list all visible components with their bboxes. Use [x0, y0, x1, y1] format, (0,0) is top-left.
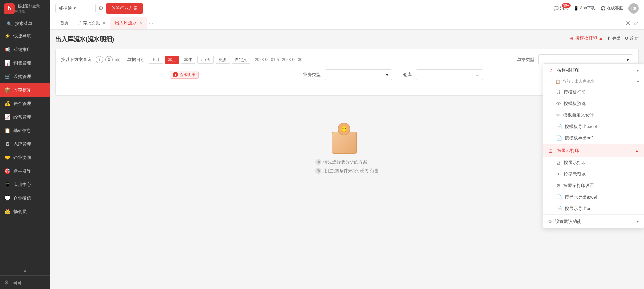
sidebar-item-label: 经营管理	[13, 114, 31, 120]
dp-display-print-item[interactable]: 🖨 按显示打印	[543, 157, 644, 168]
sidebar-footer: ⚙ ◀◀	[0, 275, 50, 289]
app-name: 畅捷通好生意	[18, 4, 40, 9]
template-print-label: 按模板打印	[557, 67, 579, 73]
empty-step-1-text: 请先选择要分析的方案	[323, 159, 367, 165]
sidebar-item-sales[interactable]: 📊 销售管理	[0, 56, 50, 70]
sidebar-item-inventory[interactable]: 📦 库存核算	[0, 83, 50, 97]
logo-icon: b	[4, 3, 15, 14]
date-btn-this-month[interactable]: 本月	[165, 56, 179, 64]
sidebar-item-member[interactable]: 👑 畅会员	[0, 205, 50, 218]
dp-template-pdf-item[interactable]: 📄 按模板导出pdf	[543, 132, 644, 144]
tab-batch-close[interactable]: ✕	[102, 21, 106, 25]
tab-batch[interactable]: 库存批次账 ✕	[74, 17, 110, 29]
sidebar-item-basic[interactable]: 📋 基础信息	[0, 124, 50, 137]
warehouse-select[interactable]: ···	[416, 69, 483, 80]
sidebar-item-quick-nav[interactable]: ⚡ 快捷导航	[0, 29, 50, 43]
doc-type-label: 单据类型	[517, 57, 534, 63]
date-btn-more[interactable]: 更多	[216, 56, 230, 64]
tab-flow-label: 出入库流水	[115, 20, 137, 26]
purchase-icon: 🛒	[4, 73, 11, 80]
dp-display-print-label: 按显示打印	[564, 160, 586, 166]
dp-template-customize-item[interactable]: ✏ 模板自定义设计	[543, 109, 644, 121]
date-btn-last-month[interactable]: 上月	[149, 56, 163, 64]
tab-home[interactable]: 首页	[55, 17, 74, 29]
message-badge: 99+	[562, 3, 571, 8]
tabs-close-all-btn[interactable]: ✕ ⤢	[625, 20, 639, 27]
filter-tag-label: 流水明细	[179, 72, 196, 78]
dp-template-print-item[interactable]: 🖨 按模板打印	[543, 86, 644, 98]
tab-flow[interactable]: 出入库流水 ✕	[110, 17, 147, 29]
sidebar-item-marketing[interactable]: 📢 营销推广	[0, 43, 50, 56]
dp-display-preview-item[interactable]: 👁 按显示预览	[543, 168, 644, 180]
step-1-num: ①	[315, 159, 321, 165]
settings-gear-icon[interactable]: ⚙	[98, 5, 103, 11]
dp-pdf-icon: 📄	[556, 135, 562, 141]
dp-display-excel-icon: 📄	[556, 194, 562, 200]
dp-template-excel-item[interactable]: 📄 按模板导出excel	[543, 121, 644, 132]
sidebar-item-label: 畅会员	[13, 209, 27, 215]
sidebar-item-label: 应用中心	[13, 182, 31, 188]
filter-tag-icon: ●	[173, 72, 178, 77]
online-service-label: 在线客服	[607, 5, 623, 11]
tabs-expand-icon[interactable]: ⋯	[148, 20, 154, 26]
date-btn-recent-7[interactable]: 近7天	[197, 56, 214, 64]
settings-icon[interactable]: ⚙	[4, 279, 9, 286]
app-logo: b 畅捷通好生意 标准版	[0, 0, 50, 18]
topbar-left: 畅捷通 ▾ ⚙ 体验行业方案	[55, 3, 550, 14]
dp-display-print-icon: 🖨	[556, 160, 561, 165]
topbar-dropdown[interactable]: 畅捷通 ▾	[55, 4, 96, 13]
collapse-icon[interactable]: ◀◀	[13, 279, 21, 286]
dp-display-print-settings-label: 按显示打印设置	[563, 183, 594, 189]
app-download-item[interactable]: 📱 App下载	[574, 5, 595, 11]
sidebar-item-operations[interactable]: 📈 经营管理	[0, 110, 50, 124]
filter-collapse-btn[interactable]: ≪	[115, 57, 120, 63]
dp-display-excel-label: 按显示导出excel	[565, 194, 597, 200]
dp-template-preview-item[interactable]: 👁 按模板预览	[543, 98, 644, 109]
message-item[interactable]: 💬 消息 99+	[554, 5, 568, 11]
date-btn-this-year[interactable]: 本年	[181, 56, 195, 64]
display-print-header[interactable]: 🖨 按显示打印 ▲	[543, 144, 644, 157]
refresh-btn[interactable]: ↻ 刷新	[625, 35, 639, 41]
sidebar-item-label: 新手引导	[13, 168, 31, 174]
display-print-header-left: 🖨 按显示打印	[548, 148, 579, 154]
user-avatar[interactable]: Rit	[628, 3, 639, 14]
dp-display-pdf-item[interactable]: 📄 按显示导出pdf	[543, 203, 644, 214]
sidebar-item-system[interactable]: ⚙ 系统管理	[0, 137, 50, 151]
sidebar-item-appstore[interactable]: 📱 应用中心	[0, 178, 50, 191]
topbar: 畅捷通 ▾ ⚙ 体验行业方案 💬 消息 99+ 📱 App下载 🎧 在线客服 R…	[50, 0, 644, 17]
industry-btn[interactable]: 体验行业方案	[106, 3, 143, 14]
empty-step-2-text: 用[过滤]条件来缩小分析范围	[323, 168, 378, 174]
sidebar-item-guide[interactable]: 🎯 新手引导	[0, 164, 50, 178]
sidebar-item-label: 销售管理	[13, 60, 31, 66]
search-menu[interactable]: 🔍 搜索菜单	[0, 18, 50, 29]
dp-footer-icon: ⚙	[548, 219, 552, 224]
app-download-icon: 📱	[574, 6, 579, 11]
chevron-up-display-icon: ▲	[635, 148, 639, 153]
sidebar-item-purchase[interactable]: 🛒 采购管理	[0, 70, 50, 83]
export-btn[interactable]: ⬆ 导出	[607, 35, 621, 41]
dp-display-excel-item[interactable]: 📄 按显示导出excel	[543, 191, 644, 203]
tab-flow-close[interactable]: ✕	[139, 21, 142, 25]
message-icon: 💬	[554, 6, 559, 11]
dp-footer-row[interactable]: ⚙ 设置默认功能 ▾	[543, 215, 644, 228]
basic-icon: 📋	[4, 127, 11, 134]
sidebar-item-finance[interactable]: 💰 资金管理	[0, 97, 50, 110]
business-type-select[interactable]: ▾	[325, 69, 392, 80]
expand-icon: ⤢	[634, 20, 639, 27]
current-template-label: 当前：出入库流水	[562, 79, 595, 84]
print-template-btn[interactable]: 🖨 按模板打印 ▲	[569, 35, 603, 41]
dp-display-settings-icon: ⚙	[556, 183, 561, 188]
sidebar-scroll-down[interactable]: ▼	[23, 269, 27, 274]
topbar-right: 💬 消息 99+ 📱 App下载 🎧 在线客服 Rit	[554, 3, 639, 14]
dp-display-print-settings-item[interactable]: ⚙ 按显示打印设置	[543, 180, 644, 191]
current-template-icon: 📋	[555, 79, 560, 84]
filter-settings-btn[interactable]: ⚙	[105, 56, 113, 63]
sales-icon: 📊	[4, 60, 11, 67]
date-btn-custom[interactable]: 自定义	[232, 56, 250, 64]
sidebar-item-wechat[interactable]: 💬 企业微信	[0, 191, 50, 205]
template-print-header[interactable]: 🖨 按模板打印 ··· ▾	[543, 64, 644, 77]
sidebar-item-label: 采购管理	[13, 74, 31, 80]
filter-add-btn[interactable]: +	[96, 56, 103, 63]
sidebar-item-enterprise[interactable]: 🤝 企业协同	[0, 151, 50, 164]
online-service-item[interactable]: 🎧 在线客服	[601, 5, 623, 11]
